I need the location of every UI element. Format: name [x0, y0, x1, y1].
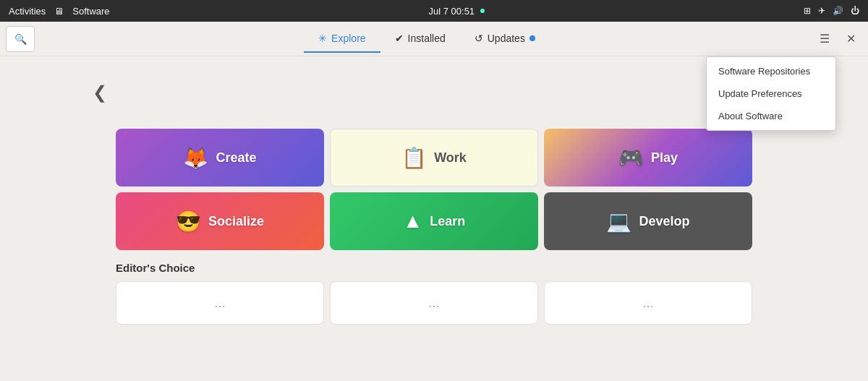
system-bar-right: ⊞ ✈ 🔊 ⏻	[804, 6, 859, 16]
carousel-prev[interactable]: ❮	[87, 80, 113, 106]
menu-item-about[interactable]: About Software	[707, 105, 835, 127]
work-icon: 📋	[401, 146, 427, 170]
updates-badge	[529, 35, 535, 41]
updates-tab-label: Updates	[488, 33, 525, 44]
prev-arrow-icon: ❮	[93, 82, 107, 103]
datetime-label: Jul 7 00:51	[429, 6, 475, 17]
dropdown-menu: Software Repositories Update Preferences…	[706, 56, 836, 131]
editors-choice-title: Editor's Choice	[116, 262, 752, 274]
play-label: Play	[651, 150, 678, 166]
socialize-icon: 😎	[176, 210, 201, 234]
menu-button[interactable]: ☰	[813, 27, 836, 51]
explore-tab-label: Explore	[331, 33, 365, 44]
learn-label: Learn	[430, 214, 465, 229]
close-button[interactable]: ✕	[839, 27, 862, 51]
menu-item-repositories[interactable]: Software Repositories	[707, 60, 835, 82]
system-bar-center: Jul 7 00:51	[429, 6, 485, 17]
category-socialize[interactable]: 😎 Socialize	[116, 192, 324, 250]
menu-item-update-prefs[interactable]: Update Preferences	[707, 82, 835, 105]
develop-label: Develop	[639, 214, 689, 229]
installed-tab-label: Installed	[408, 33, 446, 44]
socialize-label: Socialize	[208, 214, 264, 229]
editor-app-card-2[interactable]: ...	[330, 281, 538, 325]
category-work[interactable]: 📋 Work	[330, 129, 538, 187]
volume-icon[interactable]: 🔊	[833, 6, 843, 16]
menu-icon: ☰	[820, 32, 830, 46]
tab-updates[interactable]: ↺ Updates	[460, 25, 550, 53]
category-grid: 🦊 Create 📋 Work 🎮 Play 😎 Socialize ▲ Lea…	[116, 129, 752, 250]
tab-explore[interactable]: ✳ Explore	[304, 25, 380, 53]
system-bar: Activities 🖥 Software Jul 7 00:51 ⊞ ✈ 🔊 …	[0, 0, 868, 22]
updates-tab-icon: ↺	[475, 33, 483, 44]
system-bar-left: Activities 🖥 Software	[9, 6, 110, 17]
tab-installed[interactable]: ✔ Installed	[380, 25, 460, 53]
activities-label[interactable]: Activities	[9, 6, 46, 17]
app-name-label: Software	[72, 6, 109, 17]
close-icon: ✕	[846, 32, 856, 46]
category-develop[interactable]: 💻 Develop	[544, 192, 752, 250]
installed-tab-icon: ✔	[395, 33, 404, 44]
toolbar-right: ☰ ✕	[813, 27, 862, 51]
search-icon: 🔍	[14, 33, 27, 45]
learn-icon: ▲	[403, 210, 423, 233]
develop-icon: 💻	[606, 210, 631, 234]
carousel-area: ❮ ❯	[87, 56, 781, 129]
search-button[interactable]: 🔍	[6, 26, 35, 52]
category-create[interactable]: 🦊 Create	[116, 129, 324, 187]
activity-dot	[480, 9, 485, 13]
network-icon[interactable]: ⊞	[804, 6, 811, 16]
explore-tab-icon: ✳	[318, 33, 327, 44]
category-play[interactable]: 🎮 Play	[544, 129, 752, 187]
create-label: Create	[216, 150, 256, 166]
editor-app-placeholder-2: ...	[428, 296, 439, 311]
editors-choice: Editor's Choice ... ... ...	[116, 262, 752, 325]
editor-app-placeholder-1: ...	[214, 296, 225, 311]
editor-app-card-1[interactable]: ...	[116, 281, 324, 325]
work-label: Work	[434, 150, 467, 166]
editor-app-placeholder-3: ...	[642, 296, 653, 311]
editor-app-card-3[interactable]: ...	[544, 281, 752, 325]
editors-apps: ... ... ...	[116, 281, 752, 325]
play-icon: 🎮	[618, 146, 644, 170]
create-icon: 🦊	[183, 146, 208, 170]
power-icon[interactable]: ⏻	[851, 6, 859, 16]
app-icon: 🖥	[54, 6, 64, 17]
nav-tabs: ✳ Explore ✔ Installed ↺ Updates	[41, 25, 813, 53]
wifi-icon[interactable]: ✈	[818, 6, 825, 16]
category-learn[interactable]: ▲ Learn	[330, 192, 538, 250]
app-toolbar: 🔍 ✳ Explore ✔ Installed ↺ Updates ☰ ✕	[0, 22, 868, 56]
